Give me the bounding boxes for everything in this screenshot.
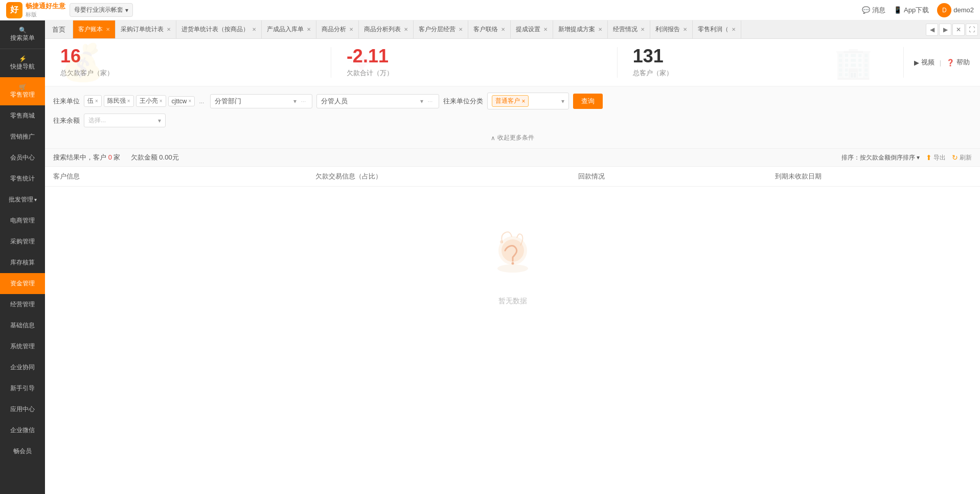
- stat-block-debt: ✦ -2.11 欠款合计（万）: [331, 47, 618, 78]
- sidebar-item-enterprise-wechat[interactable]: 企业微信: [0, 420, 45, 441]
- filter-area: 往来单位 伍 × 陈民强 × 王小亮 ×: [45, 86, 980, 149]
- tab-retail-profit[interactable]: 零售利润（ ✕: [693, 20, 741, 39]
- tab-close-inbound-stats[interactable]: ✕: [252, 27, 256, 32]
- logo-icon: 好: [6, 2, 22, 18]
- unit-tags-more[interactable]: ...: [197, 97, 206, 106]
- empty-icon: [487, 228, 538, 288]
- tab-prompt-settings[interactable]: 提成设置 ✕: [511, 20, 553, 39]
- collapse-more-button[interactable]: ∧ 收起更多条件: [53, 131, 972, 144]
- tab-customer-tier[interactable]: 客户分层经营 ✕: [414, 20, 468, 39]
- logo-area: 好 畅捷通好生意 标版: [6, 2, 65, 18]
- message-button[interactable]: 💬 消息: [862, 6, 885, 15]
- user-menu[interactable]: D demo2: [937, 3, 974, 17]
- chevron-down-icon-wholesale: ▾: [34, 197, 37, 203]
- query-button[interactable]: 查询: [573, 94, 603, 109]
- sidebar-item-system[interactable]: 系统管理: [0, 336, 45, 357]
- tab-product-analysis-list[interactable]: 商品分析列表 ✕: [359, 20, 414, 39]
- sidebar-item-quick-nav[interactable]: ⚡ 快捷导航: [0, 49, 45, 77]
- tab-close-operation[interactable]: ✕: [641, 27, 645, 32]
- refresh-icon: ↻: [952, 153, 958, 162]
- tab-product-analysis[interactable]: 商品分析 ✕: [316, 20, 359, 39]
- unit-tag-wu-close[interactable]: ×: [95, 98, 98, 104]
- tab-close-all-button[interactable]: ✕: [952, 24, 965, 36]
- tab-inbound-stats[interactable]: 进货单统计表（按商品） ✕: [176, 20, 262, 39]
- video-icon: ▶: [914, 59, 919, 66]
- tab-home[interactable]: 首页: [45, 20, 73, 39]
- sidebar-item-retail-mall[interactable]: 零售商城: [0, 105, 45, 126]
- sidebar-item-new-guide[interactable]: 新手引导: [0, 378, 45, 399]
- unit-tag-chen: 陈民强 ×: [104, 95, 134, 107]
- tab-close-prompt-settings[interactable]: ✕: [543, 27, 548, 32]
- unit-class-tag-close[interactable]: ×: [521, 98, 525, 105]
- sidebar-item-retail[interactable]: 🛒 零售管理: [0, 77, 45, 105]
- tab-close-retail-profit[interactable]: ✕: [732, 27, 736, 32]
- sidebar-item-member[interactable]: 会员中心: [0, 147, 45, 168]
- sidebar-item-ecommerce[interactable]: 电商管理: [0, 210, 45, 231]
- sidebar-item-vip-member[interactable]: 畅会员: [0, 441, 45, 462]
- tab-customer-book[interactable]: 客户账本 ✕: [73, 20, 116, 39]
- unit-tag-wang-close[interactable]: ×: [159, 98, 163, 104]
- unit-tag-chen-close[interactable]: ×: [127, 98, 130, 104]
- video-help-button[interactable]: ▶ 视频: [914, 58, 935, 67]
- tab-close-product-analysis[interactable]: ✕: [349, 27, 353, 32]
- dept-filter[interactable]: 分管部门 ▾ ···: [210, 94, 312, 108]
- tab-profit-report[interactable]: 利润报告 ✕: [650, 20, 693, 39]
- tab-close-customer-book[interactable]: ✕: [106, 27, 110, 32]
- tab-operation[interactable]: 经营情况 ✕: [608, 20, 650, 39]
- person-filter[interactable]: 分管人员 ▾ ···: [316, 94, 439, 108]
- lightning-icon: ⚡: [4, 55, 41, 62]
- sidebar-item-operation-mgmt[interactable]: 经营管理: [0, 294, 45, 315]
- sidebar-item-marketing[interactable]: 营销推广: [0, 126, 45, 147]
- export-icon: ⬆: [926, 153, 932, 162]
- refresh-button[interactable]: ↻ 刷新: [952, 153, 972, 162]
- header-left: 好 畅捷通好生意 标版 母婴行业演示帐套 ▾: [6, 2, 133, 18]
- sidebar-item-basic-info[interactable]: 基础信息: [0, 315, 45, 336]
- sidebar-item-enterprise-collab[interactable]: 企业协同: [0, 357, 45, 378]
- tab-close-product-inbound[interactable]: ✕: [307, 27, 311, 32]
- tab-product-inbound[interactable]: 产成品入库单 ✕: [262, 20, 316, 39]
- tab-purchase-order[interactable]: 采购订单统计表 ✕: [116, 20, 176, 39]
- tab-close-purchase-order[interactable]: ✕: [167, 27, 171, 32]
- app-download-button[interactable]: 📱 App下载: [894, 6, 929, 15]
- sidebar-item-inventory[interactable]: 库存核算: [0, 252, 45, 273]
- stat-block-customers: 💰 16 总欠款客户（家）: [55, 47, 331, 78]
- unit-class-selected-tag: 普通客户 ×: [492, 95, 529, 107]
- tab-close-customer-contact[interactable]: ✕: [501, 27, 505, 32]
- sort-select[interactable]: 排序：按欠款金额倒序排序 ▾: [841, 153, 920, 162]
- sidebar-item-wholesale[interactable]: 批发管理 ▾: [0, 189, 45, 210]
- sidebar-item-finance[interactable]: 资金管理: [0, 273, 45, 294]
- col-due-date: 到期未收款日期: [775, 172, 972, 181]
- tab-close-product-analysis-list[interactable]: ✕: [404, 27, 408, 32]
- unit-class-filter[interactable]: 普通客户 × ▾: [487, 93, 569, 109]
- tab-customer-contact[interactable]: 客户联络 ✕: [468, 20, 511, 39]
- stats-help: ▶ 视频 | ❓ 帮助: [904, 58, 970, 67]
- chevron-up-icon: ∧: [491, 134, 495, 142]
- table-header: 客户信息 欠款交易信息（占比） 回款情况 到期未收款日期: [45, 167, 980, 187]
- top-header: 好 畅捷通好生意 标版 母婴行业演示帐套 ▾ 💬 消息 📱 App下载 D de…: [0, 0, 980, 20]
- tab-prev-button[interactable]: ◀: [926, 24, 938, 36]
- sidebar-item-retail-stats[interactable]: 零售统计: [0, 168, 45, 189]
- help-button[interactable]: ❓ 帮助: [946, 58, 970, 67]
- chevron-down-icon-dept: ▾: [293, 98, 297, 105]
- tab-close-customer-tier[interactable]: ✕: [459, 27, 463, 32]
- export-button[interactable]: ⬆ 导出: [926, 153, 946, 162]
- balance-label: 往来余额: [53, 116, 80, 125]
- tab-next-button[interactable]: ▶: [939, 24, 951, 36]
- svg-point-4: [500, 240, 503, 243]
- tab-close-profit-report[interactable]: ✕: [683, 27, 687, 32]
- help-icon: ❓: [946, 59, 954, 66]
- account-selector[interactable]: 母婴行业演示帐套 ▾: [70, 3, 133, 17]
- tab-close-new-achievement[interactable]: ✕: [598, 27, 602, 32]
- balance-filter[interactable]: 选择... ▾: [84, 114, 166, 127]
- unit-tag-wu: 伍 ×: [84, 95, 102, 107]
- tab-fullscreen-button[interactable]: ⛶: [966, 24, 978, 36]
- sidebar-item-purchase[interactable]: 采购管理: [0, 231, 45, 252]
- sidebar-item-app-center[interactable]: 应用中心: [0, 399, 45, 420]
- tab-new-achievement[interactable]: 新增提成方案 ✕: [553, 20, 608, 39]
- sidebar-item-search[interactable]: 🔍 搜索菜单: [0, 20, 45, 49]
- unit-tag-cjttcw-close[interactable]: ×: [189, 98, 192, 104]
- filter-row-1: 往来单位 伍 × 陈民强 × 王小亮 ×: [53, 93, 972, 109]
- svg-point-3: [511, 262, 514, 265]
- chevron-down-icon-unit-class: ▾: [561, 98, 564, 105]
- message-icon: 💬: [862, 6, 870, 14]
